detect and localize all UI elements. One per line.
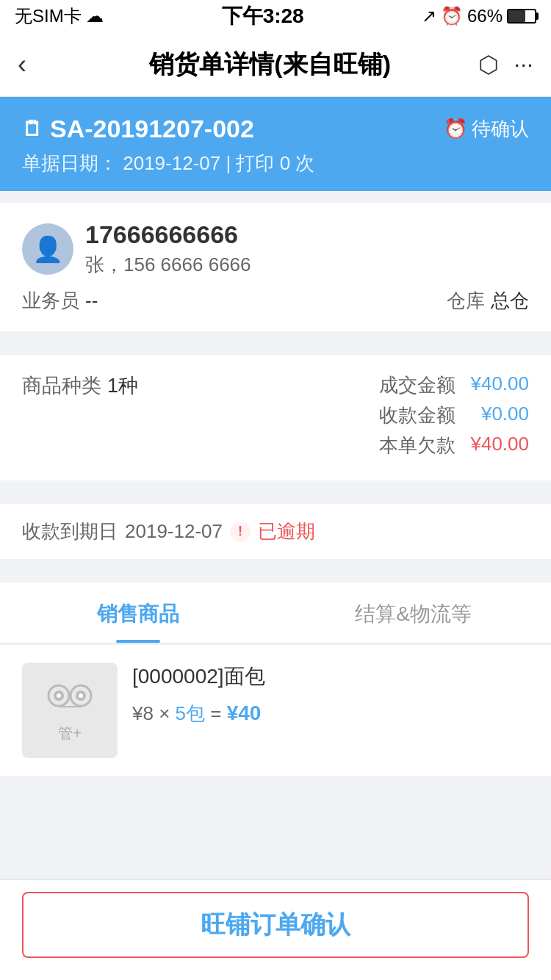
tabs-container: 销售商品 结算&物流等 [0, 583, 551, 644]
amount-row-1: 成交金额 ¥40.00 [379, 372, 529, 398]
order-icon: 🗒 [22, 117, 43, 141]
nav-actions: ⬡ ··· [478, 51, 533, 79]
salesperson-label: 业务员 [22, 288, 79, 314]
order-meta: 单据日期： 2019-12-07 | 打印 0 次 [22, 151, 529, 176]
divider-2 [0, 480, 551, 492]
svg-point-5 [79, 693, 83, 698]
customer-details: 业务员 -- 仓库 总仓 [22, 288, 529, 314]
amounts-section: 成交金额 ¥40.00 收款金额 ¥0.00 本单欠款 ¥40.00 [379, 372, 529, 463]
alarm-icon: ⏰ [441, 6, 463, 26]
salesperson-value: -- [85, 289, 98, 312]
warehouse-value: 总仓 [491, 288, 529, 314]
order-id: 🗒 SA-20191207-002 [22, 115, 254, 143]
more-icon[interactable]: ··· [514, 51, 533, 78]
status-right: ↗ ⏰ 66% [422, 6, 536, 26]
product-thumbnail: 管+ [22, 663, 118, 758]
nav-bar: ‹ 销货单详情(来自旺铺) ⬡ ··· [0, 32, 551, 97]
unit-price: ¥8 [132, 702, 154, 724]
amount-row-2: 收款金额 ¥0.00 [379, 403, 529, 428]
info-row: 商品种类 1种 成交金额 ¥40.00 收款金额 ¥0.00 本单欠款 ¥40.… [22, 372, 529, 463]
owed-value: ¥40.00 [470, 433, 529, 458]
due-date-label: 收款到期日 [22, 519, 118, 544]
product-info: [0000002]面包 ¥8 × 5包 = ¥40 [132, 663, 529, 727]
avatar: 👤 [22, 223, 73, 275]
warehouse-label: 仓库 [447, 288, 485, 314]
confirm-order-button[interactable]: 旺铺订单确认 [22, 892, 529, 958]
product-section: 管+ [0000002]面包 ¥8 × 5包 = ¥40 [0, 645, 551, 776]
back-button[interactable]: ‹ [18, 49, 62, 80]
tab-settlement[interactable]: 结算&物流等 [276, 583, 551, 643]
overdue-label: 已逾期 [258, 519, 315, 544]
clock-icon: ⏰ [444, 118, 467, 140]
category-value: 1种 [107, 372, 138, 399]
tab-sales-product[interactable]: 销售商品 [0, 583, 276, 643]
warehouse-field: 仓库 总仓 [447, 288, 529, 314]
status-bar: 无SIM卡 ☁ 下午3:28 ↗ ⏰ 66% [0, 0, 551, 32]
amount-label: 成交金额 [379, 372, 455, 398]
owed-label: 本单欠款 [379, 433, 455, 458]
location-icon: ↗ [422, 6, 436, 26]
status-time: 下午3:28 [222, 2, 304, 30]
share-icon[interactable]: ⬡ [478, 51, 499, 79]
product-name: [0000002]面包 [132, 663, 529, 691]
salesperson-field: 业务员 -- [22, 288, 98, 314]
divider-3 [0, 559, 551, 571]
divider-1 [0, 331, 551, 343]
customer-phone: 17666666666 [85, 220, 251, 249]
multiply-sign: × [159, 702, 175, 724]
equals-sign: = [210, 702, 226, 724]
product-logo-icon [44, 677, 96, 721]
info-section: 商品种类 1种 成交金额 ¥40.00 收款金额 ¥0.00 本单欠款 ¥40.… [0, 355, 551, 480]
order-header-card: 🗒 SA-20191207-002 ⏰ 待确认 单据日期： 2019-12-07… [0, 97, 551, 191]
customer-name: 张，156 6666 6666 [85, 252, 251, 278]
quantity: 5包 [176, 702, 205, 724]
battery-label: 66% [467, 6, 503, 26]
due-date-section: 收款到期日 2019-12-07 ! 已逾期 [0, 504, 551, 559]
due-date-value: 2019-12-07 [125, 520, 223, 543]
category-label: 商品种类 [22, 372, 101, 399]
avatar-icon: 👤 [32, 234, 63, 264]
category-field: 商品种类 1种 [22, 372, 138, 399]
amount-row-3: 本单欠款 ¥40.00 [379, 433, 529, 458]
total-price: ¥40 [227, 702, 262, 724]
page-title: 销货单详情(来自旺铺) [149, 48, 391, 82]
product-price: ¥8 × 5包 = ¥40 [132, 701, 529, 727]
bottom-bar: 旺铺订单确认 [0, 879, 551, 980]
battery-icon [507, 9, 536, 24]
received-label: 收款金额 [379, 403, 455, 428]
amount-value: ¥40.00 [470, 372, 529, 398]
brand-text: 管+ [58, 724, 82, 743]
overdue-icon: ! [230, 522, 251, 542]
order-status: ⏰ 待确认 [444, 116, 529, 142]
status-left: 无SIM卡 ☁ [15, 4, 104, 28]
no-sim-label: 无SIM卡 ☁ [15, 4, 104, 28]
customer-section: 👤 17666666666 张，156 6666 6666 业务员 -- 仓库 … [0, 203, 551, 331]
svg-point-4 [57, 693, 61, 698]
received-value: ¥0.00 [481, 403, 529, 428]
